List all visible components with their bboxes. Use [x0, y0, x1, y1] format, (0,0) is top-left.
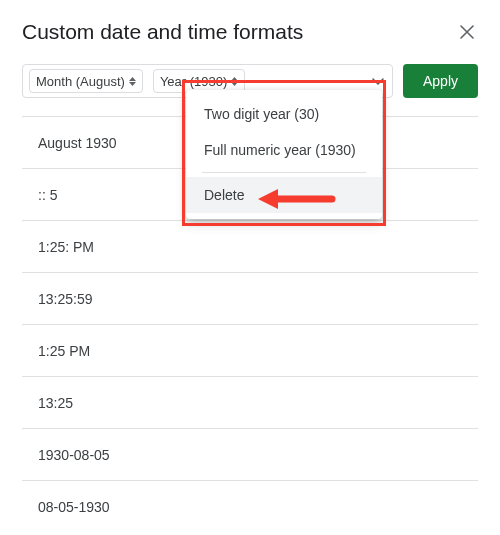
chip-dropdown-icon: [231, 77, 238, 86]
add-token-dropdown[interactable]: [372, 78, 384, 85]
menu-item-delete[interactable]: Delete: [186, 177, 382, 213]
format-row[interactable]: 1930-08-05: [22, 429, 478, 481]
chip-dropdown-icon: [129, 77, 136, 86]
dialog-title: Custom date and time formats: [22, 20, 303, 44]
menu-item-two-digit-year[interactable]: Two digit year (30): [186, 96, 382, 132]
chip-label: Month (August): [36, 74, 125, 89]
format-row[interactable]: 1:25: PM: [22, 221, 478, 273]
format-row[interactable]: 1:25 PM: [22, 325, 478, 377]
apply-button[interactable]: Apply: [403, 64, 478, 98]
format-row[interactable]: 13:25: [22, 377, 478, 429]
menu-separator: [202, 172, 366, 173]
chevron-down-icon: [372, 78, 384, 85]
close-icon: [460, 21, 474, 43]
format-row[interactable]: 13:25:59: [22, 273, 478, 325]
close-button[interactable]: [456, 18, 478, 46]
token-chip-month[interactable]: Month (August): [29, 69, 143, 93]
menu-item-full-numeric-year[interactable]: Full numeric year (1930): [186, 132, 382, 168]
chip-label: Year (1930): [160, 74, 227, 89]
year-token-menu: Two digit year (30) Full numeric year (1…: [186, 90, 382, 219]
format-row[interactable]: 08-05-1930: [22, 481, 478, 533]
